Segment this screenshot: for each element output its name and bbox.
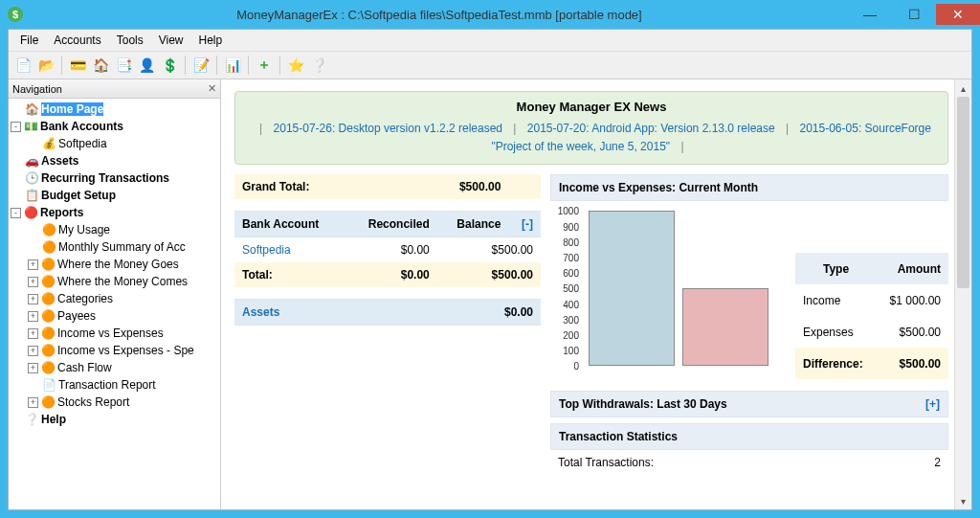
scroll-thumb[interactable] (957, 97, 969, 288)
tree-item[interactable]: +🟠Stocks Report (11, 394, 218, 411)
account-icon[interactable]: 💳 (67, 55, 88, 76)
news-link[interactable]: 2015-07-20: Android App: Version 2.13.0 … (527, 122, 775, 135)
tree-item[interactable]: +🟠Where the Money Comes (11, 273, 218, 290)
maximize-button[interactable]: ☐ (892, 4, 936, 25)
col-reconciled: Reconciled (345, 212, 437, 237)
tree-item[interactable]: +🟠Income vs Expenses (11, 325, 218, 342)
tree-label[interactable]: Cash Flow (57, 361, 112, 374)
tree-label[interactable]: Recurring Transactions (41, 171, 169, 185)
tree-toggle-icon[interactable]: + (28, 328, 38, 339)
tree-label[interactable]: Help (41, 413, 66, 426)
menu-accounts[interactable]: Accounts (46, 32, 108, 49)
menu-file[interactable]: File (12, 32, 46, 49)
tree-item[interactable]: 🟠Monthly Summary of Acc (11, 238, 218, 256)
tree-item[interactable]: +🟠Categories (11, 290, 218, 307)
menu-tools[interactable]: Tools (109, 32, 151, 49)
payee-icon[interactable]: 👤 (136, 55, 157, 76)
app-icon: $ (8, 7, 23, 22)
menu-view[interactable]: View (151, 32, 191, 49)
tree-item[interactable]: -💵Bank Accounts (11, 118, 218, 135)
add-icon[interactable]: ＋ (254, 55, 275, 76)
navigation-header: Navigation ✕ (9, 79, 220, 99)
tree-toggle-icon[interactable]: + (28, 294, 38, 304)
axis-tick-label: 200 (563, 329, 579, 340)
tree-item[interactable]: 🕒Recurring Transactions (11, 169, 218, 187)
scroll-up-icon[interactable]: ▴ (955, 79, 971, 97)
tree-item[interactable]: ❔Help (11, 411, 218, 428)
menu-help[interactable]: Help (191, 32, 231, 49)
navigation-tree[interactable]: 🏠Home Page-💵Bank Accounts💰Softpedia🚗Asse… (9, 99, 220, 509)
tree-item[interactable]: 💰Softpedia (11, 135, 218, 152)
tree-item[interactable]: +🟠Income vs Expenses - Spe (11, 342, 218, 359)
tree-label[interactable]: Income vs Expenses - Spe (57, 344, 194, 357)
tree-label[interactable]: Bank Accounts (40, 120, 123, 133)
tree-node-icon: 🟠 (41, 222, 56, 237)
stats-value: 2 (934, 456, 941, 469)
tree-item[interactable]: 🚗Assets (11, 152, 218, 169)
panel-close-icon[interactable]: ✕ (208, 82, 216, 95)
tree-toggle-icon[interactable]: - (11, 208, 21, 218)
tree-item[interactable]: 📄Transaction Report (11, 376, 218, 394)
tree-item[interactable]: +🟠Cash Flow (11, 359, 218, 376)
tree-label[interactable]: Stocks Report (57, 395, 129, 409)
account-link[interactable]: Softpedia (234, 237, 345, 263)
tree-label[interactable]: Monthly Summary of Acc (58, 240, 186, 254)
tree-toggle-icon[interactable]: + (28, 346, 38, 356)
tree-label[interactable]: Payees (57, 309, 96, 323)
tree-label[interactable]: Home Page (41, 102, 103, 116)
tree-item[interactable]: +🟠Payees (11, 307, 218, 325)
home-icon[interactable]: 🏠 (90, 55, 111, 76)
tree-label[interactable]: Where the Money Goes (57, 258, 179, 271)
chart-bar (682, 288, 768, 366)
tree-item[interactable]: +🟠Where the Money Goes (11, 256, 218, 273)
tree-label[interactable]: My Usage (58, 223, 110, 236)
tree-node-icon: 📄 (41, 377, 56, 393)
assets-link[interactable]: Assets (234, 300, 345, 326)
tree-toggle-icon[interactable]: + (28, 311, 38, 322)
type-row-income: Income $1 000.00 (795, 284, 948, 316)
tree-toggle-icon[interactable]: + (28, 277, 38, 287)
expand-toggle[interactable]: [+] (925, 397, 940, 411)
tree-node-icon: 📋 (24, 188, 39, 203)
scroll-down-icon[interactable]: ▾ (955, 492, 971, 509)
separator-icon (279, 56, 280, 75)
tree-item[interactable]: 🟠My Usage (11, 221, 218, 238)
tree-label[interactable]: Budget Setup (41, 189, 116, 202)
collapse-toggle[interactable]: [-] (522, 217, 533, 231)
new-file-icon[interactable]: 📄 (12, 55, 33, 76)
open-file-icon[interactable]: 📂 (35, 55, 56, 76)
tree-node-icon: 🟠 (40, 308, 56, 324)
scrollbar[interactable]: ▴ ▾ (954, 79, 971, 509)
reports-icon[interactable]: 📊 (222, 55, 243, 76)
tree-label[interactable]: Reports (40, 206, 83, 219)
tree-label[interactable]: Where the Money Comes (57, 275, 188, 288)
currency-icon[interactable]: 💲 (159, 55, 180, 76)
tree-toggle-icon[interactable]: + (28, 259, 38, 270)
tree-label[interactable]: Assets (41, 154, 78, 168)
assets-value: $0.00 (437, 300, 541, 326)
filter-icon[interactable]: 📝 (190, 55, 212, 76)
tree-label[interactable]: Categories (57, 292, 113, 305)
tree-item[interactable]: 🏠Home Page (11, 101, 218, 118)
help-icon[interactable]: ❔ (308, 55, 329, 76)
tree-toggle-icon[interactable]: - (11, 122, 21, 132)
tree-label[interactable]: Softpedia (58, 137, 107, 150)
y-axis-labels: 01002003004005006007008009001000 (550, 207, 583, 379)
category-icon[interactable]: 📑 (113, 55, 134, 76)
tree-toggle-icon[interactable]: + (28, 363, 38, 373)
grand-total-row: Grand Total: $500.00 (234, 174, 541, 199)
minimize-button[interactable]: — (848, 4, 892, 25)
tree-toggle-icon[interactable]: + (28, 397, 38, 408)
stats-box: Transaction Statistics Total Transaction… (550, 423, 948, 475)
tree-item[interactable]: 📋Budget Setup (11, 187, 218, 204)
tree-label[interactable]: Transaction Report (58, 378, 156, 392)
tree-node-icon: 🟠 (40, 360, 56, 375)
tree-item[interactable]: -🔴Reports (11, 204, 218, 221)
tree-label[interactable]: Income vs Expenses (57, 327, 164, 340)
col-type: Type (795, 253, 877, 284)
tree-node-icon: 🟠 (40, 343, 56, 358)
news-link[interactable]: 2015-07-26: Desktop version v1.2.2 relea… (274, 122, 502, 135)
diff-label: Difference: (795, 348, 877, 379)
close-button[interactable]: ✕ (936, 4, 980, 25)
star-icon[interactable]: ⭐ (285, 55, 306, 76)
